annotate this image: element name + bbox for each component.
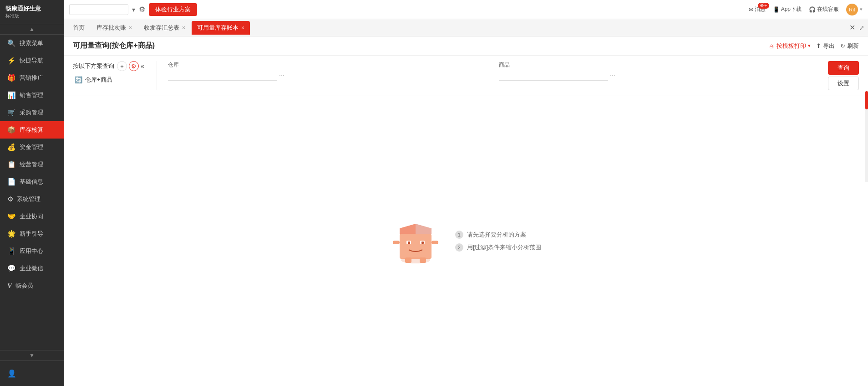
online-service-link[interactable]: 🎧 在线客服 — [809, 5, 839, 13]
tab-batch-account[interactable]: 库存批次账 × — [91, 21, 137, 35]
chevron-down-icon: ▾ — [860, 6, 863, 12]
content-area: 可用量查询(按仓库+商品) 🖨 按模板打印 ▾ ⬆ 导出 ↻ 刷新 — [64, 36, 868, 386]
svg-marker-3 — [416, 224, 431, 234]
query-btn-area: 查询 设置 — [828, 61, 859, 90]
refresh-icon: ↻ — [840, 42, 845, 49]
print-icon: 🖨 — [769, 42, 775, 49]
app-download-link[interactable]: 📱 App下载 — [773, 5, 802, 13]
user-area[interactable]: Rit ▾ — [846, 4, 863, 15]
topbar-right: ✉ 消息 99+ 📱 App下载 🎧 在线客服 Rit ▾ — [749, 4, 863, 15]
warehouse-input[interactable] — [168, 70, 277, 81]
tab-available-ledger-close[interactable]: × — [241, 25, 244, 31]
main-area: ▾ ⚙ 体验行业方案 ✉ 消息 99+ 📱 App下载 🎧 在线客服 Rit ▾ — [64, 0, 868, 386]
filter-area: 按以下方案查询 + ⚙ « 🔄 仓库+商品 — [64, 56, 868, 96]
step2-num: 2 — [455, 243, 463, 252]
tabs-bar-right: ✕ ⤢ — [849, 23, 864, 32]
topbar-dropdown-icon[interactable]: ▾ — [132, 6, 135, 13]
trial-btn[interactable]: 体验行业方案 — [149, 3, 197, 16]
tabs-bar-close-btn[interactable]: ✕ — [849, 23, 855, 32]
sidebar-item-basic-info[interactable]: 📄 基础信息 — [0, 173, 64, 190]
svg-rect-8 — [393, 241, 400, 244]
warehouse-input-row: ··· — [168, 70, 490, 81]
sidebar-item-finance[interactable]: 💰 资金管理 — [0, 139, 64, 156]
topbar-search-area — [69, 4, 128, 15]
product-input[interactable] — [499, 70, 608, 81]
sidebar-item-purchase[interactable]: 🛒 采购管理 — [0, 104, 64, 121]
export-icon: ⬆ — [816, 42, 821, 49]
sidebar-nav: 🔍 搜索菜单 ⚡ 快捷导航 🎁 营销推广 📊 销售管理 🛒 采购管理 📦 库存核… — [0, 35, 64, 350]
sidebar-item-system[interactable]: ⚙ 系统管理 — [0, 190, 64, 208]
empty-step2: 2 用[过滤]条件来缩小分析范围 — [455, 243, 541, 252]
print-dropdown-icon[interactable]: ▾ — [808, 43, 811, 49]
sidebar-item-operations[interactable]: 📋 经营管理 — [0, 156, 64, 173]
fields-row: 仓库 ··· 商品 ··· — [168, 61, 821, 81]
avatar: Rit — [846, 4, 858, 15]
search-icon: 🔍 — [7, 39, 16, 47]
mobile-icon: 📱 — [7, 247, 16, 255]
step1-num: 1 — [455, 231, 463, 239]
refresh-btn[interactable]: ↻ 刷新 — [840, 42, 859, 50]
sidebar-item-enterprise[interactable]: 🤝 企业协同 — [0, 208, 64, 225]
export-btn[interactable]: ⬆ 导出 — [816, 42, 835, 50]
warehouse-more-btn[interactable]: ··· — [279, 72, 284, 79]
print-btn[interactable]: 🖨 按模板打印 ▾ — [769, 42, 811, 50]
query-btn[interactable]: 查询 — [828, 61, 859, 75]
empty-state: 1 请先选择要分析的方案 2 用[过滤]条件来缩小分析范围 — [64, 96, 868, 386]
sidebar-item-app-center[interactable]: 📱 应用中心 — [0, 242, 64, 260]
scheme-list: 🔄 仓库+商品 — [73, 75, 146, 85]
topbar-gear-icon[interactable]: ⚙ — [139, 5, 145, 14]
star-icon: 🌟 — [7, 230, 16, 238]
svg-rect-6 — [408, 242, 410, 244]
add-scheme-btn[interactable]: + — [117, 61, 127, 71]
right-scrollbar[interactable] — [865, 91, 868, 182]
sidebar-item-user-bottom[interactable]: 👤 — [0, 365, 64, 382]
empty-illustration — [391, 216, 441, 267]
message-icon-area[interactable]: ✉ 消息 99+ — [749, 5, 766, 13]
handshake-icon: 🤝 — [7, 212, 16, 221]
svg-rect-9 — [431, 241, 438, 244]
sidebar-item-vip[interactable]: V 畅会员 — [0, 277, 64, 294]
tab-receive-summary-close[interactable]: × — [182, 25, 185, 31]
clipboard-icon: 📋 — [7, 160, 16, 169]
collapse-icon[interactable]: « — [141, 62, 144, 70]
scheme-item-warehouse-product[interactable]: 🔄 仓库+商品 — [73, 75, 146, 85]
sidebar-item-sales[interactable]: 📊 销售管理 — [0, 87, 64, 104]
sidebar-item-enterprise-wechat[interactable]: 💬 企业微信 — [0, 260, 64, 277]
page-title: 可用量查询(按仓库+商品) — [73, 41, 155, 51]
warehouse-field-group: 仓库 ··· — [168, 61, 490, 81]
sidebar-item-quick-nav[interactable]: ⚡ 快捷导航 — [0, 52, 64, 69]
right-scrollbar-thumb — [865, 91, 868, 109]
sidebar-item-inventory[interactable]: 📦 库存核算 — [0, 121, 64, 139]
sidebar: 畅康通好生意 标准版 ▲ 🔍 搜索菜单 ⚡ 快捷导航 🎁 营销推广 📊 销售管理… — [0, 0, 64, 386]
tab-receive-summary[interactable]: 收发存汇总表 × — [138, 21, 191, 35]
sidebar-bottom: 👤 — [0, 360, 64, 386]
filter-label: 按以下方案查询 — [73, 62, 114, 70]
product-field-label: 商品 — [499, 61, 821, 69]
settings-btn[interactable]: 设置 — [828, 77, 859, 90]
filter-divider — [157, 61, 157, 90]
topbar-search-input[interactable] — [69, 4, 128, 15]
tab-home[interactable]: 首页 — [67, 21, 90, 35]
empty-step1: 1 请先选择要分析的方案 — [455, 231, 541, 239]
scroll-down-icon[interactable]: ▼ — [29, 352, 35, 359]
headset-icon: 🎧 — [809, 6, 816, 13]
tabs-bar-expand-btn[interactable]: ⤢ — [859, 24, 864, 31]
doc-icon: 📄 — [7, 178, 16, 186]
settings-scheme-btn[interactable]: ⚙ — [129, 61, 139, 71]
svg-marker-2 — [400, 224, 416, 234]
empty-text: 1 请先选择要分析的方案 2 用[过滤]条件来缩小分析范围 — [455, 231, 541, 252]
lightning-icon: ⚡ — [7, 57, 16, 65]
scroll-up-icon[interactable]: ▲ — [29, 26, 35, 32]
tab-available-ledger[interactable]: 可用量库存账本 × — [192, 21, 250, 35]
scheme-panel: 按以下方案查询 + ⚙ « 🔄 仓库+商品 — [73, 61, 146, 85]
sidebar-item-new-guide[interactable]: 🌟 新手引导 — [0, 225, 64, 242]
svg-rect-1 — [400, 234, 431, 259]
svg-rect-10 — [405, 257, 411, 263]
product-more-btn[interactable]: ··· — [610, 72, 615, 79]
sidebar-item-search[interactable]: 🔍 搜索菜单 — [0, 35, 64, 52]
vip-icon: V — [7, 282, 12, 290]
money-icon: 💰 — [7, 143, 16, 151]
page-header-actions: 🖨 按模板打印 ▾ ⬆ 导出 ↻ 刷新 — [769, 42, 859, 50]
tab-batch-account-close[interactable]: × — [129, 25, 132, 31]
sidebar-item-marketing[interactable]: 🎁 营销推广 — [0, 69, 64, 87]
